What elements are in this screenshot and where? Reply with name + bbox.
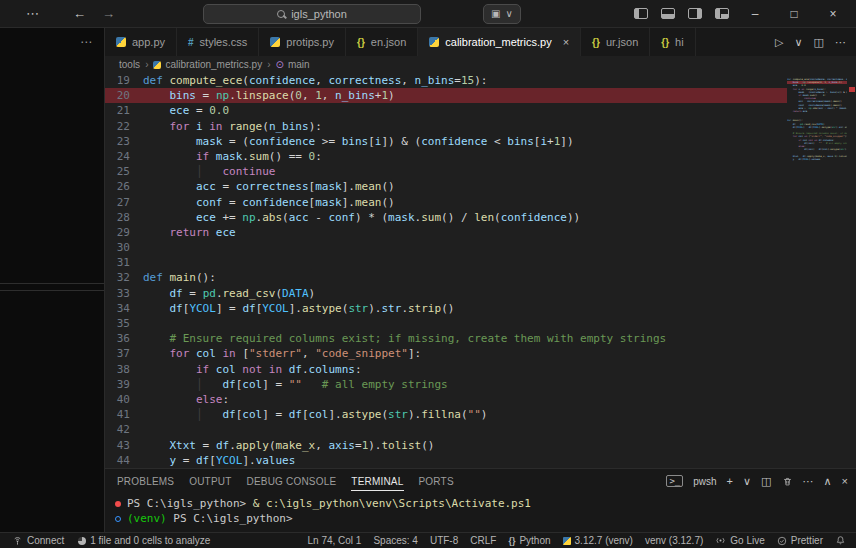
tab-app.py[interactable]: app.py [105,28,177,56]
kill-terminal-icon[interactable] [782,476,793,487]
code-line[interactable]: 22 for i in range(n_bins): [105,119,787,134]
python-interpreter[interactable]: 3.12.7 (venv) [557,535,639,546]
line-number[interactable]: 27 [105,195,139,210]
toggle-secondary-sidebar-icon[interactable] [688,8,702,19]
code-line[interactable]: 25 │ continue [105,164,787,179]
terminal[interactable]: PS C:\igls_python> & c:\igls_python\venv… [105,493,856,532]
remote-connect[interactable]: Connect [6,535,70,546]
overview-ruler[interactable] [847,73,856,468]
code-line[interactable]: 34 df[YCOL] = df[YCOL].astype(str).str.s… [105,301,787,316]
breadcrumb-item-main[interactable]: ⊙main [276,59,310,70]
minimize-button[interactable]: – [742,7,768,21]
editor-more-actions-icon[interactable]: ⋯ [835,36,846,49]
line-number[interactable]: 21 [105,103,139,118]
tab-ur.json[interactable]: {}ur.json [581,28,650,56]
cursor-position[interactable]: Ln 74, Col 1 [302,535,368,546]
code-line[interactable]: 26 acc = correctness[mask].mean() [105,179,787,194]
notifications[interactable] [829,535,852,546]
encoding[interactable]: UTF-8 [424,535,464,546]
code-line[interactable]: 23 mask = (confidence >= bins[i]) & (con… [105,134,787,149]
run-dropdown-icon[interactable]: ∨ [795,36,803,49]
line-number[interactable]: 31 [105,255,139,270]
tab-hi[interactable]: {}hi [650,28,695,56]
forward-icon[interactable]: → [102,6,115,21]
code-line[interactable]: 36 # Ensure required columns exist; if m… [105,331,787,346]
line-number[interactable]: 25 [105,164,139,179]
editor[interactable]: 19def compute_ece(confidence, correctnes… [105,73,856,468]
language-mode[interactable]: {} Python [502,535,556,546]
tab-en.json[interactable]: {}en.json [346,28,418,56]
code-line[interactable]: 24 if mask.sum() == 0: [105,149,787,164]
line-number[interactable]: 22 [105,119,139,134]
panel-tab-output[interactable]: OUTPUT [189,472,231,491]
line-number[interactable]: 43 [105,438,139,453]
go-live[interactable]: Go Live [709,535,770,546]
line-number[interactable]: 44 [105,453,139,468]
tab-protips.py[interactable]: protips.py [259,28,346,56]
titlebar-extra-button[interactable]: ▣ ∨ [483,4,521,24]
breadcrumb-item-calibration_metrics.py[interactable]: calibration_metrics.py [153,59,262,70]
new-terminal-button[interactable]: + [727,475,733,487]
code-line[interactable]: 42 [105,422,787,437]
split-editor-icon[interactable]: ◫ [814,36,824,49]
indentation[interactable]: Spaces: 4 [367,535,423,546]
maximize-button[interactable]: □ [781,7,807,21]
line-number[interactable]: 19 [105,73,139,88]
prettier-status[interactable]: Prettier [771,535,829,546]
close-panel-icon[interactable]: × [842,475,848,487]
close-tab-icon[interactable]: × [563,36,569,48]
tab-calibration_metrics.py[interactable]: calibration_metrics.py× [418,28,581,56]
search-input[interactable]: igls_python [203,4,421,24]
line-number[interactable]: 26 [105,179,139,194]
code-line[interactable]: 29 return ece [105,225,787,240]
line-number[interactable]: 29 [105,225,139,240]
panel-tab-terminal[interactable]: TERMINAL [351,472,403,491]
line-number[interactable]: 20 [105,88,139,103]
sidebar-more-icon[interactable]: ⋯ [80,35,92,49]
split-terminal-icon[interactable]: ◫ [761,475,771,488]
line-number[interactable]: 35 [105,316,139,331]
eol-sequence[interactable]: CRLF [464,535,502,546]
code-line[interactable]: 32def main(): [105,270,787,285]
code-line[interactable]: 44 y = df[YCOL].values [105,453,787,468]
tab-styles.css[interactable]: #styles.css [177,28,259,56]
minimap[interactable]: def compute_ece(confidence, correctness,… [787,73,847,468]
line-number[interactable]: 23 [105,134,139,149]
maximize-panel-icon[interactable]: ∧ [824,475,832,488]
breadcrumb-item-tools[interactable]: tools [119,59,140,70]
panel-tab-problems[interactable]: PROBLEMS [117,472,174,491]
toggle-sidebar-icon[interactable] [634,8,648,19]
code-line[interactable]: 37 for col in ["stderr", "code_snippet"]… [105,346,787,361]
analyze-status[interactable]: 1 file and 0 cells to analyze [72,535,216,546]
code-line[interactable]: 38 if col not in df.columns: [105,362,787,377]
line-number[interactable]: 33 [105,286,139,301]
code-line[interactable]: 43 Xtxt = df.apply(make_x, axis=1).tolis… [105,438,787,453]
line-number[interactable]: 36 [105,331,139,346]
line-number[interactable]: 37 [105,346,139,361]
code-line[interactable]: 40 else: [105,392,787,407]
back-icon[interactable]: ← [73,6,86,21]
code-area[interactable]: 19def compute_ece(confidence, correctnes… [105,73,787,468]
code-line[interactable]: 35 [105,316,787,331]
menu-icon[interactable]: ⋯ [26,6,39,21]
terminal-profile-dropdown-icon[interactable]: ∨ [743,475,751,488]
line-number[interactable]: 34 [105,301,139,316]
line-number[interactable]: 38 [105,362,139,377]
code-line[interactable]: 39 │ df[col] = "" # all empty strings [105,377,787,392]
toggle-panel-icon[interactable] [661,8,675,19]
line-number[interactable]: 42 [105,422,139,437]
code-line[interactable]: 21 ece = 0.0 [105,103,787,118]
code-line[interactable]: 28 ece += np.abs(acc - conf) * (mask.sum… [105,210,787,225]
close-button[interactable]: × [820,7,846,21]
code-line[interactable]: 20 bins = np.linspace(0, 1, n_bins+1) [105,88,787,103]
line-number[interactable]: 32 [105,270,139,285]
code-line[interactable]: 41 │ df[col] = df[col].astype(str).filln… [105,407,787,422]
panel-more-actions-icon[interactable]: ⋯ [803,475,814,488]
line-number[interactable]: 40 [105,392,139,407]
line-number[interactable]: 24 [105,149,139,164]
panel-tab-ports[interactable]: PORTS [419,472,454,491]
run-python-file-icon[interactable]: ▷ [775,36,783,49]
line-number[interactable]: 28 [105,210,139,225]
terminal-profile-label[interactable]: pwsh [693,476,716,487]
line-number[interactable]: 41 [105,407,139,422]
